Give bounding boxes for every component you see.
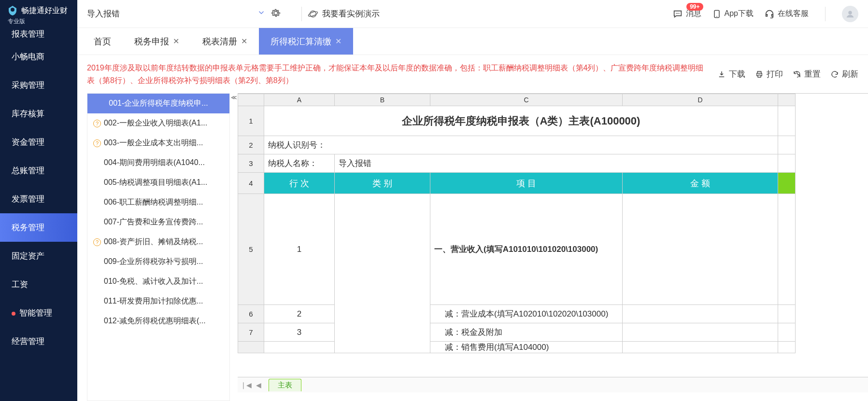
form-item-008[interactable]: ?008-资产折旧、摊销及纳税... (87, 232, 229, 252)
refresh-button[interactable]: 刷新 (830, 69, 858, 80)
r6-item[interactable]: 减：营业成本(填写A102010\102020\103000) (430, 305, 623, 323)
row-4-head[interactable]: 4 (238, 173, 264, 194)
row-3-head[interactable]: 3 (238, 154, 264, 173)
warning-text: 2019年度涉及取以前年度结转数据的申报表单元格需要手工维护正确，才能保证本年及… (87, 62, 708, 86)
r7-num[interactable]: 3 (264, 323, 335, 342)
sheet-title: 企业所得税年度纳税申报表（A类）主表(A100000) (264, 106, 778, 136)
form-item-009[interactable]: 009-企业所得税弥补亏损明... (87, 252, 229, 272)
r6-num[interactable]: 2 (264, 305, 335, 323)
svg-point-6 (716, 16, 717, 17)
r6-amount[interactable] (623, 305, 778, 323)
tab-home[interactable]: 首页 (82, 28, 123, 55)
form-item-003[interactable]: ?003-一般企业成本支出明细... (87, 133, 229, 153)
sidebar-item-invoice[interactable]: 发票管理 (0, 185, 77, 213)
separator (301, 7, 302, 21)
r8-item[interactable]: 减：销售费用(填写A104000) (430, 342, 623, 353)
sidebar-item-purchase[interactable]: 采购管理 (0, 71, 77, 99)
svg-point-7 (848, 11, 852, 14)
sidebar-item-smart[interactable]: 智能管理 (0, 299, 77, 327)
reset-button[interactable]: 重置 (793, 69, 821, 80)
sheet-nav-prev[interactable]: ◀ (252, 379, 265, 391)
avatar[interactable] (842, 6, 858, 22)
demo-label: 我要看实例演示 (322, 8, 380, 19)
close-icon[interactable]: ✕ (335, 37, 342, 46)
form-item-011[interactable]: 011-研发费用加计扣除优惠... (87, 291, 229, 311)
sheet-tab-main[interactable]: 主表 (269, 379, 301, 391)
print-button[interactable]: 打印 (755, 69, 783, 80)
col-extra (778, 94, 796, 106)
brand-name: 畅捷通好业财 (21, 6, 68, 16)
form-item-002[interactable]: ?002-一般企业收入明细表(A1... (87, 113, 229, 133)
taxpayer-id-label: 纳税人识别号： (264, 136, 778, 154)
app-download-button[interactable]: App下载 (712, 9, 754, 19)
r5-category[interactable] (335, 194, 430, 353)
app-download-label: App下载 (725, 9, 754, 19)
sidebar-item-assets[interactable]: 固定资产 (0, 242, 77, 270)
tab-label: 税表清册 (202, 36, 237, 47)
sidebar-item-funds[interactable]: 资金管理 (0, 128, 77, 156)
hdr-category: 类 别 (335, 173, 430, 194)
row-6-head[interactable]: 6 (238, 305, 264, 323)
taxpayer-name-value: 导入报错 (335, 154, 778, 173)
row-5-head[interactable]: 5 (238, 194, 264, 305)
row-2-head[interactable]: 2 (238, 136, 264, 154)
sheet-nav-first[interactable]: ❘◀ (240, 379, 252, 391)
brand-area: 畅捷通好业财 专业版 (0, 0, 77, 28)
sidebar-item-business[interactable]: 经营管理 (0, 327, 77, 356)
download-label: 下载 (729, 69, 745, 80)
close-icon[interactable]: ✕ (241, 37, 247, 46)
r5-num[interactable]: 1 (264, 194, 335, 305)
download-icon (717, 70, 726, 79)
close-icon[interactable]: ✕ (173, 37, 179, 46)
sidebar-item-tax[interactable]: 税务管理 (0, 213, 77, 242)
r5-item[interactable]: 一、营业收入(填写A101010\101020\103000) (430, 194, 623, 305)
sidebar-item-salary[interactable]: 工资 (0, 270, 77, 299)
form-item-007[interactable]: 007-广告费和业务宣传费跨... (87, 212, 229, 232)
horizontal-scrollbar[interactable] (238, 392, 868, 401)
download-button[interactable]: 下载 (717, 69, 745, 80)
col-C[interactable]: C (430, 94, 623, 106)
reset-icon (793, 70, 801, 79)
form-item-006[interactable]: 006-职工薪酬纳税调整明细... (87, 193, 229, 212)
content-area: 001-企业所得税年度纳税申... ?002-一般企业收入明细表(A1... ?… (77, 93, 868, 401)
r7-item[interactable]: 减：税金及附加 (430, 323, 623, 342)
form-item-010[interactable]: 010-免税、减计收入及加计... (87, 272, 229, 291)
org-name: 导入报错 (87, 8, 120, 19)
row-1-head[interactable]: 1 (238, 106, 264, 136)
tab-tax-declare[interactable]: 税务申报✕ (123, 28, 191, 55)
messages-button[interactable]: 消息 99+ (672, 9, 701, 19)
form-item-012[interactable]: 012-减免所得税优惠明细表(... (87, 311, 229, 331)
chevron-down-icon (257, 8, 266, 19)
row-7-head[interactable]: 7 (238, 323, 264, 342)
r5-amount[interactable] (623, 194, 778, 305)
column-header-row: A B C D (238, 94, 796, 106)
hdr-item: 项 目 (430, 173, 623, 194)
form-item-001[interactable]: 001-企业所得税年度纳税申... (87, 94, 229, 113)
tab-label: 税务申报 (134, 36, 169, 47)
tab-tax-list[interactable]: 税表清册✕ (191, 28, 259, 55)
row-8-head[interactable] (238, 342, 264, 353)
org-selector[interactable]: 导入报错 (87, 6, 270, 21)
sheet-grid[interactable]: A B C D 1 企业所得税年度纳税申报表（A类）主表(A100000) (238, 94, 868, 377)
taxpayer-name-label: 纳税人名称： (264, 154, 335, 173)
separator (825, 7, 825, 21)
sidebar-item-partial-top[interactable]: 报表管理 (0, 28, 77, 42)
brand-logo-icon (7, 5, 18, 16)
demo-link[interactable]: 我要看实例演示 (308, 8, 380, 19)
online-service-button[interactable]: 在线客服 (764, 9, 809, 19)
col-B[interactable]: B (335, 94, 430, 106)
hdr-extra (778, 173, 796, 194)
sidebar-item-ecommerce[interactable]: 小畅电商 (0, 42, 77, 71)
col-A[interactable]: A (264, 94, 335, 106)
gear-icon[interactable] (270, 8, 281, 20)
col-D[interactable]: D (623, 94, 778, 106)
form-item-005[interactable]: 005-纳税调整项目明细表(A1... (87, 173, 229, 193)
planet-icon (308, 9, 318, 19)
r7-amount[interactable] (623, 323, 778, 342)
sidebar-item-inventory[interactable]: 库存核算 (0, 99, 77, 128)
tab-income-tax[interactable]: 所得税汇算清缴✕ (259, 28, 353, 55)
form-item-004[interactable]: 004-期间费用明细表(A1040... (87, 153, 229, 173)
phone-icon (712, 9, 722, 19)
collapse-handle[interactable]: ≪ (230, 93, 238, 401)
sidebar-item-ledger[interactable]: 总账管理 (0, 156, 77, 185)
